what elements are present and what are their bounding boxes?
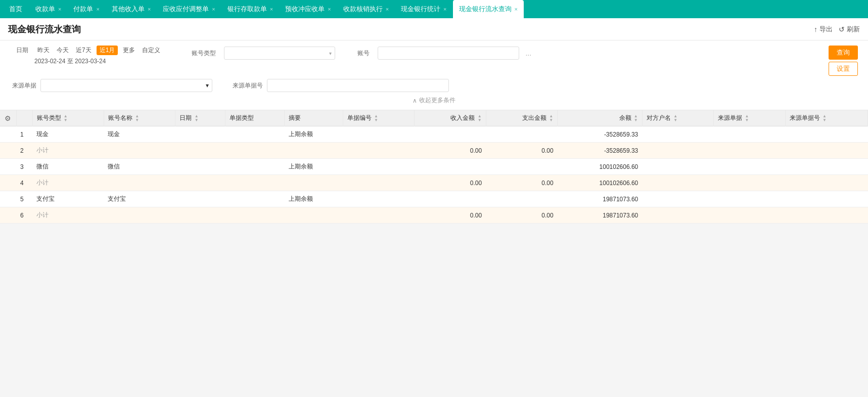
table-cell xyxy=(486,191,557,207)
nav-tab-银行存取款单[interactable]: 银行存取款单 × xyxy=(221,0,279,18)
chevron-up-icon: ∧ xyxy=(413,97,417,104)
export-button[interactable]: ↑ 导出 xyxy=(814,25,833,34)
column-counterpart[interactable]: 对方户名 ▲▼ xyxy=(642,110,713,126)
account-type-select[interactable]: ▾ xyxy=(224,47,335,60)
table-cell: -3528659.33 xyxy=(558,126,643,143)
table-cell xyxy=(0,191,16,207)
table-cell: 支付宝 xyxy=(104,191,175,207)
column-settings[interactable]: ⚙ xyxy=(0,110,16,126)
shortcut-today[interactable]: 今天 xyxy=(55,46,71,55)
nav-tab-应收应付调整单[interactable]: 应收应付调整单 × xyxy=(157,0,221,18)
column-expense[interactable]: 支出金额 ▲▼ xyxy=(486,110,557,126)
settings-button[interactable]: 设置 xyxy=(829,62,858,76)
column-doc-type[interactable]: 单据类型 xyxy=(225,110,285,126)
table-cell xyxy=(486,159,557,175)
source-doc-no-input[interactable] xyxy=(267,79,449,92)
table-cell xyxy=(225,207,285,224)
close-icon[interactable]: × xyxy=(270,0,273,18)
close-icon[interactable]: × xyxy=(328,0,331,18)
column-source-doc-no[interactable]: 来源单据号 ▲▼ xyxy=(785,110,867,126)
nav-tab-收款核销执行[interactable]: 收款核销执行 × xyxy=(337,0,395,18)
query-button[interactable]: 查询 xyxy=(829,46,858,60)
column-account-name[interactable]: 账号名称 ▲▼ xyxy=(104,110,175,126)
table-row: 4小计0.000.00100102606.60 xyxy=(0,175,868,191)
close-icon[interactable]: × xyxy=(386,0,389,18)
table-cell xyxy=(225,191,285,207)
sort-icon: ▲▼ xyxy=(745,114,749,122)
table-cell xyxy=(0,159,16,175)
column-account-type[interactable]: 账号类型 ▲▼ xyxy=(32,110,104,126)
table-cell xyxy=(343,159,414,175)
collapse-filter-button[interactable]: ∧ 收起更多条件 xyxy=(406,95,462,106)
table-cell xyxy=(0,175,16,191)
sort-icon: ▲▼ xyxy=(478,114,482,122)
date-label: 日期 xyxy=(8,46,28,55)
table-cell xyxy=(343,175,414,191)
table-cell xyxy=(175,126,225,143)
close-icon[interactable]: × xyxy=(212,0,215,18)
table-cell: 上期余额 xyxy=(285,159,343,175)
table-cell: 5 xyxy=(16,191,32,207)
column-balance[interactable]: 余额 ▲▼ xyxy=(558,110,643,126)
close-icon[interactable]: × xyxy=(443,0,446,18)
table-cell: 100102606.60 xyxy=(558,175,643,191)
table-cell: 0.00 xyxy=(415,143,486,159)
nav-tab-现金银行流水查询[interactable]: 现金银行流水查询 × xyxy=(453,0,524,18)
table-cell xyxy=(285,175,343,191)
column-date[interactable]: 日期 ▲▼ xyxy=(175,110,225,126)
nav-home[interactable]: 首页 xyxy=(2,0,29,18)
table-cell xyxy=(785,159,867,175)
table-row: 1现金现金上期余额-3528659.33 xyxy=(0,126,868,143)
table-cell: -3528659.33 xyxy=(558,143,643,159)
top-nav: 首页 收款单 × 付款单 × 其他收入单 × 应收应付调整单 × 银行存取款单 … xyxy=(0,0,868,18)
table-cell xyxy=(104,207,175,224)
table-cell: 微信 xyxy=(104,159,175,175)
table-row: 5支付宝支付宝上期余额19871073.60 xyxy=(0,191,868,207)
table-cell xyxy=(785,175,867,191)
table-cell: 19871073.60 xyxy=(558,207,643,224)
sort-icon: ▲▼ xyxy=(634,114,638,122)
column-summary[interactable]: 摘要 xyxy=(285,110,343,126)
sort-icon: ▲▼ xyxy=(374,114,378,122)
nav-tab-付款单[interactable]: 付款单 × xyxy=(67,0,105,18)
account-input[interactable] xyxy=(378,47,519,60)
gear-icon: ⚙ xyxy=(5,114,11,122)
column-income[interactable]: 收入金额 ▲▼ xyxy=(415,110,486,126)
table-cell xyxy=(343,143,414,159)
page-header: 现金银行流水查询 ↑ 导出 ↺ 刷新 xyxy=(0,18,868,40)
nav-tab-收款单[interactable]: 收款单 × xyxy=(29,0,67,18)
table-cell: 0.00 xyxy=(415,175,486,191)
sort-icon: ▲▼ xyxy=(135,114,139,122)
account-more-button[interactable]: ... xyxy=(523,49,533,57)
column-doc-no[interactable]: 单据编号 ▲▼ xyxy=(343,110,414,126)
close-icon[interactable]: × xyxy=(58,0,61,18)
table-body: 1现金现金上期余额-3528659.332小计0.000.00-3528659.… xyxy=(0,126,868,224)
shortcut-1month[interactable]: 近1月 xyxy=(97,46,118,55)
table-cell xyxy=(785,143,867,159)
filter-area: 日期 昨天 今天 近7天 近1月 更多 自定义 2023-02-24 至 202… xyxy=(0,40,868,110)
export-icon: ↑ xyxy=(814,25,817,33)
table-cell xyxy=(343,191,414,207)
refresh-button[interactable]: ↺ 刷新 xyxy=(839,25,860,34)
close-icon[interactable]: × xyxy=(148,0,151,18)
account-type-label: 账号类型 xyxy=(188,49,216,58)
nav-tab-其他收入单[interactable]: 其他收入单 × xyxy=(106,0,157,18)
close-icon[interactable]: × xyxy=(96,0,99,18)
nav-tab-预收冲应收单[interactable]: 预收冲应收单 × xyxy=(279,0,337,18)
source-doc-select[interactable]: ▾ xyxy=(40,79,212,92)
close-icon[interactable]: × xyxy=(515,0,518,18)
table-cell xyxy=(175,175,225,191)
shortcut-7days[interactable]: 近7天 xyxy=(74,46,94,55)
page-title: 现金银行流水查询 xyxy=(8,23,81,35)
shortcut-yesterday[interactable]: 昨天 xyxy=(35,46,52,55)
table-cell xyxy=(0,207,16,224)
action-buttons: 查询 设置 xyxy=(829,46,860,76)
nav-tab-现金银行统计[interactable]: 现金银行统计 × xyxy=(395,0,452,18)
table-cell xyxy=(785,126,867,143)
shortcut-more[interactable]: 更多 xyxy=(121,46,137,55)
column-source-doc[interactable]: 来源单据 ▲▼ xyxy=(714,110,785,126)
table-row: 6小计0.000.0019871073.60 xyxy=(0,207,868,224)
table-cell xyxy=(714,191,785,207)
table-cell: 现金 xyxy=(104,126,175,143)
shortcut-custom[interactable]: 自定义 xyxy=(140,46,162,55)
